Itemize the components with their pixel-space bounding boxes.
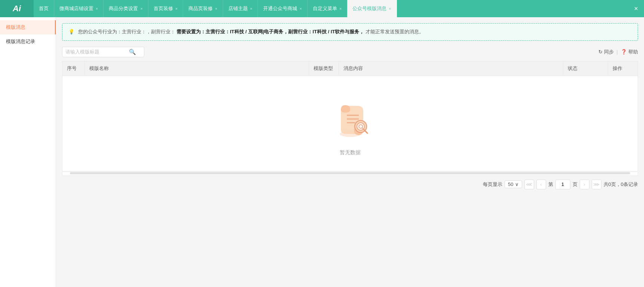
nav-tab-label: 商品页装修 [188, 5, 213, 12]
table-header-content: 消息内容 [339, 61, 563, 76]
search-input[interactable] [65, 49, 129, 55]
nav-tab-store-settings[interactable]: 微商城店铺设置× [54, 0, 104, 17]
close-all-button[interactable]: × [628, 0, 644, 17]
app-logo: Ai [0, 0, 34, 17]
info-highlight: 需要设置为：主营行业：IT科技 / 互联网|电子商务，副营行业：IT科技 / I… [176, 29, 364, 34]
nav-tab-label: 开通公众号商城 [263, 5, 297, 12]
page-size-select[interactable]: 50 ∨ [505, 180, 522, 188]
page-unit-label: 页 [573, 181, 577, 188]
empty-state: 暂无数据 [62, 76, 638, 171]
empty-illustration [328, 98, 373, 143]
page-size-label: 每页显示 [483, 181, 502, 188]
page-size-value: 50 [508, 181, 513, 187]
nav-tab-label: 首页 [39, 5, 49, 12]
page-number-input[interactable] [555, 180, 570, 189]
sidebar-item-template-message[interactable]: 模版消息 [0, 20, 56, 34]
nav-tab-product-decoration[interactable]: 商品页装修× [183, 0, 223, 17]
nav-tab-open-mall[interactable]: 开通公众号商城× [258, 0, 307, 17]
nav-tab-close[interactable]: × [96, 6, 98, 11]
empty-row: 暂无数据 [62, 76, 638, 171]
sidebar-item-template-message-log[interactable]: 模版消息记录 [0, 34, 56, 49]
chevron-down-icon: ∨ [515, 181, 519, 187]
table-header-status: 状态 [563, 61, 608, 76]
search-icon[interactable]: 🔍 [129, 49, 136, 55]
page-di-label: 第 [548, 181, 553, 188]
bulb-icon: 💡 [68, 29, 74, 34]
nav-tab-category-settings[interactable]: 商品分类设置× [104, 0, 148, 17]
sync-icon: ↻ [598, 49, 603, 55]
sync-button[interactable]: ↻ 同步 [598, 49, 614, 55]
nav-tab-close[interactable]: × [250, 6, 252, 11]
last-page-button[interactable]: ⋙ [592, 180, 601, 189]
scrollbar-track [70, 172, 630, 174]
search-box[interactable]: 🔍 [62, 47, 144, 57]
nav-tab-close[interactable]: × [215, 6, 217, 11]
table-header-type: 模版类型 [309, 61, 339, 76]
nav-tab-label: 首页装修 [154, 5, 173, 12]
nav-tab-store-theme[interactable]: 店铺主题× [223, 0, 258, 17]
nav-tab-label: 自定义菜单 [313, 5, 337, 12]
table-header-row: 序号模版名称模版类型消息内容状态操作 [62, 61, 638, 76]
nav-tab-label: 店铺主题 [228, 5, 248, 12]
pagination: 每页显示 50 ∨ ⋘ ‹ 第 页 › ⋙ 共0页，0条记录 [62, 176, 638, 193]
info-suffix: 才能正常发送预置的消息。 [366, 29, 424, 34]
table-body: 暂无数据 [62, 76, 638, 171]
toolbar: 🔍 ↻ 同步 | ❓ 帮助 [62, 47, 638, 57]
nav-tab-label: 微商城店铺设置 [59, 5, 93, 12]
scrollbar-area[interactable] [62, 172, 638, 176]
sidebar: 模版消息模版消息记录 [0, 17, 56, 287]
help-icon: ❓ [621, 49, 627, 55]
help-button[interactable]: ❓ 帮助 [621, 49, 638, 55]
first-page-button[interactable]: ⋘ [524, 180, 534, 189]
nav-tab-close[interactable]: × [299, 6, 302, 11]
nav-tabs: 首页微商城店铺设置×商品分类设置×首页装修×商品页装修×店铺主题×开通公众号商城… [34, 0, 628, 17]
top-nav: Ai 首页微商城店铺设置×商品分类设置×首页装修×商品页装修×店铺主题×开通公众… [0, 0, 644, 17]
help-label: 帮助 [628, 49, 638, 55]
nav-tab-home-decoration[interactable]: 首页装修× [148, 0, 183, 17]
nav-tab-close[interactable]: × [339, 6, 342, 11]
table-header: 序号模版名称模版类型消息内容状态操作 [62, 61, 638, 76]
nav-tab-custom-menu[interactable]: 自定义菜单× [308, 0, 347, 17]
info-banner: 💡 您的公众号行业为：主营行业：，副营行业： 需要设置为：主营行业：IT科技 /… [62, 23, 638, 41]
nav-tab-home[interactable]: 首页 [34, 0, 54, 17]
divider: | [617, 49, 618, 55]
data-table: 序号模版名称模版类型消息内容状态操作 [62, 61, 638, 171]
nav-tab-label: 公众号模版消息 [352, 5, 386, 12]
info-prefix: 您的公众号行业为：主营行业：，副营行业： [78, 29, 175, 34]
empty-text: 暂无数据 [340, 149, 361, 156]
nav-tab-template-msg[interactable]: 公众号模版消息× [347, 0, 397, 17]
prev-page-button[interactable]: ‹ [536, 180, 546, 189]
pagination-summary: 共0页，0条记录 [604, 181, 638, 188]
table-header-action: 操作 [608, 61, 638, 76]
main-layout: 模版消息模版消息记录 💡 您的公众号行业为：主营行业：，副营行业： 需要设置为：… [0, 17, 644, 287]
nav-tab-close[interactable]: × [389, 6, 391, 11]
table-header-name: 模版名称 [85, 61, 309, 76]
toolbar-right: ↻ 同步 | ❓ 帮助 [598, 49, 638, 55]
nav-tab-label: 商品分类设置 [109, 5, 138, 12]
table-header-index: 序号 [62, 61, 85, 76]
sync-label: 同步 [604, 49, 614, 55]
content-area: 💡 您的公众号行业为：主营行业：，副营行业： 需要设置为：主营行业：IT科技 /… [56, 17, 644, 287]
next-page-button[interactable]: › [580, 180, 589, 189]
nav-tab-close[interactable]: × [140, 6, 142, 11]
nav-tab-close[interactable]: × [175, 6, 178, 11]
